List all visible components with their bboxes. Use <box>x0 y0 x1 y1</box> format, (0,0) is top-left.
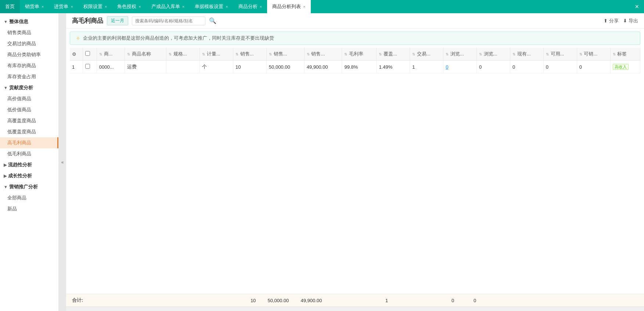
group-arrow-icon-2: ▶ <box>4 163 7 167</box>
tab-close-icon-6[interactable]: × <box>226 4 228 9</box>
search-button[interactable]: 🔍 <box>209 17 216 24</box>
footer-cell-1 <box>105 298 116 303</box>
topnav-item-0[interactable]: 首页 <box>0 0 20 13</box>
sidebar-item-1-5[interactable]: 低毛利商品 <box>0 148 58 159</box>
footer-total-label: 合计: <box>72 297 83 304</box>
sidebar-item-0-3[interactable]: 有库存的商品 <box>0 60 58 71</box>
topnav-item-7[interactable]: 商品分析× <box>233 0 267 13</box>
sort-icon-current_stock[interactable]: ⇅ <box>512 52 517 56</box>
filter-recent-month-button[interactable]: 近一月 <box>107 16 128 25</box>
tab-close-icon-2[interactable]: × <box>71 4 73 9</box>
row-checkbox-0[interactable] <box>85 64 90 69</box>
sort-icon-unit[interactable]: ⇅ <box>202 52 206 56</box>
sort-icon-saleable_stock[interactable]: ⇅ <box>579 52 583 56</box>
sort-icon-sales_qty[interactable]: ⇅ <box>235 52 240 56</box>
cell-sales_qty-0: 10 <box>233 61 266 73</box>
group-arrow-icon-4: ▼ <box>4 185 8 189</box>
table-wrapper: ⚙⇅ 商...⇅ 商品名称⇅ 规格...⇅ 计量...⇅ 销售...⇅ 销售..… <box>66 48 644 294</box>
topnav-item-6[interactable]: 单据模板设置× <box>190 0 233 13</box>
sort-icon-browse1[interactable]: ⇅ <box>446 52 450 56</box>
cell-spec-0 <box>166 61 200 73</box>
cell-num-0: 1 <box>70 61 83 73</box>
cell-coverage-0: 1.49% <box>377 61 410 73</box>
sidebar-collapse-button[interactable]: « <box>59 13 66 311</box>
tab-close-icon-7[interactable]: × <box>260 4 262 9</box>
col-header-gross_margin: ⇅ 毛利率 <box>342 48 377 61</box>
sidebar-item-1-4[interactable]: 高毛利商品 <box>0 137 58 148</box>
sidebar-group-label-2: 流趋性分析 <box>8 162 32 168</box>
sort-icon-code[interactable]: ⇅ <box>99 52 103 56</box>
sidebar-item-0-4[interactable]: 库存资金占用 <box>0 71 58 82</box>
sidebar-group-1[interactable]: ▼贡献度分析 <box>0 82 58 93</box>
sort-icon-spec[interactable]: ⇅ <box>169 52 173 56</box>
sidebar-item-0-2[interactable]: 商品分类助销率 <box>0 49 58 60</box>
sidebar-item-4-0[interactable]: 全部商品 <box>0 192 58 203</box>
footer-cell-0 <box>90 298 105 303</box>
close-all-button[interactable]: × <box>630 3 644 11</box>
sidebar-item-1-2[interactable]: 高覆盖度商品 <box>0 115 58 126</box>
content-header: 高毛利商品 近一月 🔍 ⬆ 分享 ⬇ 导出 <box>66 13 644 29</box>
sidebar-group-0[interactable]: ▼整体信息 <box>0 16 58 27</box>
col-label-unit: 计量... <box>207 51 220 57</box>
select-all-checkbox[interactable] <box>85 51 90 56</box>
sort-icon-browse2[interactable]: ⇅ <box>479 52 483 56</box>
sort-icon-transaction[interactable]: ⇅ <box>412 52 416 56</box>
sidebar-group-4[interactable]: ▼营销推广分析 <box>0 181 58 192</box>
col-header-spec: ⇅ 规格... <box>166 48 200 61</box>
footer-cell-7: 50,000.00 <box>259 298 292 303</box>
tab-close-icon-4[interactable]: × <box>138 4 141 9</box>
browse-link-0[interactable]: 0 <box>446 64 448 70</box>
table-body: 10000...运费个1050,000.0049,900.0099.8%1.49… <box>70 61 640 73</box>
col-label-current_stock: 现有... <box>517 51 531 57</box>
sort-icon-coverage[interactable]: ⇅ <box>379 52 383 56</box>
sidebar-item-1-0[interactable]: 高价值商品 <box>0 93 58 104</box>
topnav-item-5[interactable]: 产成品入库单× <box>146 0 190 13</box>
col-label-browse2: 浏览... <box>484 51 497 57</box>
col-header-sales_qty: ⇅ 销售... <box>233 48 266 61</box>
sort-icon-sales_amount[interactable]: ⇅ <box>269 52 273 56</box>
col-header-checkbox[interactable] <box>83 48 97 61</box>
col-header-saleable_stock: ⇅ 可销... <box>577 48 610 61</box>
sidebar-group-2[interactable]: ▶流趋性分析 <box>0 159 58 170</box>
footer-cell-11: 1 <box>370 298 392 303</box>
cell-transaction-0: 1 <box>410 61 443 73</box>
sort-icon-available_stock[interactable]: ⇅ <box>546 52 550 56</box>
col-header-settings[interactable]: ⚙ <box>70 48 83 61</box>
search-input[interactable] <box>132 17 205 25</box>
topnav-item-1[interactable]: 销货单× <box>20 0 49 13</box>
sidebar-item-0-0[interactable]: 销售类商品 <box>0 27 58 38</box>
sort-icon-sales_cost[interactable]: ⇅ <box>307 52 311 56</box>
settings-icon[interactable]: ⚙ <box>72 51 76 57</box>
sort-icon-gross_margin[interactable]: ⇅ <box>344 52 348 56</box>
topnav-item-2[interactable]: 进货单× <box>49 0 78 13</box>
footer-cell-9 <box>325 298 348 303</box>
topnav-item-4[interactable]: 角色授权× <box>112 0 146 13</box>
topnav-items: 首页销货单×进货单×权限设置×角色授权×产成品入库单×单据模板设置×商品分析×商… <box>0 0 630 13</box>
col-label-sales_cost: 销售... <box>311 51 325 57</box>
sidebar-group-3[interactable]: ▶成长性分析 <box>0 170 58 181</box>
tab-close-icon-3[interactable]: × <box>105 4 107 9</box>
tab-close-icon-5[interactable]: × <box>182 4 184 9</box>
sidebar-item-1-3[interactable]: 低覆盖度商品 <box>0 126 58 137</box>
export-button[interactable]: ⬇ 导出 <box>623 18 638 24</box>
col-header-browse1: ⇅ 浏览... <box>443 48 477 61</box>
footer-bar: 合计: 1050,000.0049,900.00100 <box>66 294 644 307</box>
sidebar-item-1-1[interactable]: 低价值商品 <box>0 104 58 115</box>
topnav-item-8[interactable]: 商品分析列表× <box>267 0 310 13</box>
cell-code-0: 0000... <box>97 61 125 73</box>
footer-cell-13 <box>414 298 436 303</box>
cell-gross_margin-0: 99.8% <box>342 61 377 73</box>
scroll-bar[interactable] <box>66 307 644 311</box>
sidebar-item-0-1[interactable]: 交易过的商品 <box>0 38 58 49</box>
sidebar-item-4-1[interactable]: 新品 <box>0 203 58 214</box>
tab-close-icon-1[interactable]: × <box>42 4 44 9</box>
footer-cell-16 <box>480 298 502 303</box>
topnav-item-3[interactable]: 权限设置× <box>78 0 112 13</box>
sort-icon-name[interactable]: ⇅ <box>127 52 131 56</box>
col-header-browse2: ⇅ 浏览... <box>477 48 510 61</box>
col-header-transaction: ⇅ 交易... <box>410 48 443 61</box>
tab-close-icon-8[interactable]: × <box>303 4 305 9</box>
sort-icon-tag[interactable]: ⇅ <box>613 52 617 56</box>
share-button[interactable]: ⬆ 分享 <box>604 18 619 24</box>
share-icon: ⬆ <box>604 18 608 23</box>
